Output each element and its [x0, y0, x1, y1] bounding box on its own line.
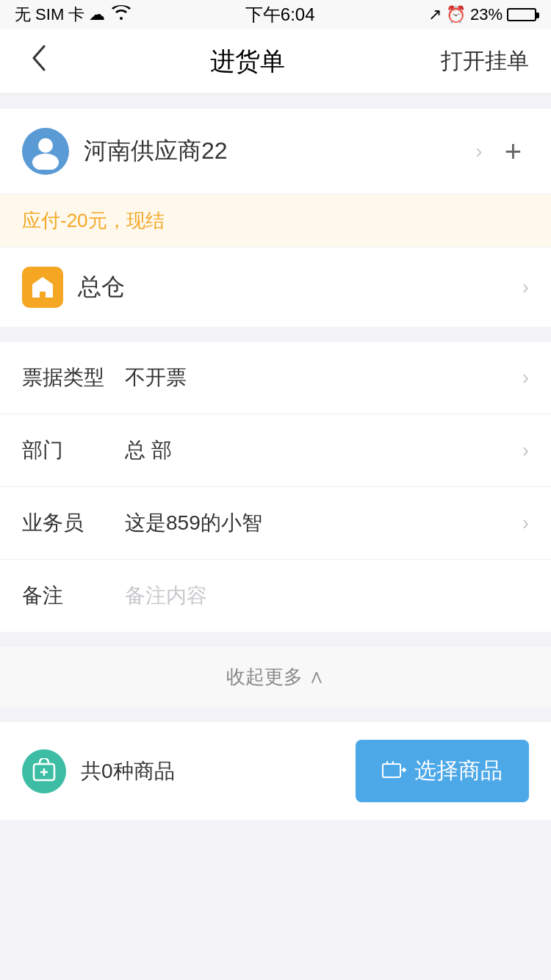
- form-row-department[interactable]: 部门 总 部 ›: [0, 414, 551, 487]
- warehouse-icon: [22, 267, 63, 308]
- status-bar: 无 SIM 卡 ☁ 下午6:04 ↗ ⏰ 23%: [0, 0, 551, 29]
- supplier-left: 河南供应商22: [22, 128, 475, 175]
- notice-bar: 应付-20元，现结: [0, 195, 551, 247]
- location-icon: ↗: [428, 5, 442, 24]
- department-label: 部门: [22, 436, 110, 464]
- page-title: 进货单: [210, 45, 285, 79]
- svg-point-1: [32, 154, 59, 170]
- remark-input[interactable]: 备注内容: [110, 582, 529, 610]
- warehouse-row[interactable]: 总仓 ›: [0, 247, 551, 327]
- supplier-avatar: [22, 128, 69, 175]
- status-right: ↗ ⏰ 23%: [428, 5, 536, 24]
- status-left: 无 SIM 卡 ☁: [15, 4, 132, 26]
- signal-text: 无 SIM 卡 ☁: [15, 4, 105, 26]
- alarm-icon: ⏰: [446, 5, 466, 24]
- select-product-label: 选择商品: [414, 756, 503, 786]
- open-pending-button[interactable]: 打开挂单: [441, 46, 529, 76]
- warehouse-chevron-icon: ›: [522, 275, 529, 299]
- remark-label: 备注: [22, 582, 110, 610]
- salesperson-chevron-icon: ›: [522, 511, 529, 535]
- salesperson-value: 这是859的小智: [110, 509, 522, 537]
- collapse-bar[interactable]: 收起更多 ∧: [0, 646, 551, 707]
- warehouse-name: 总仓: [78, 271, 522, 303]
- product-section: 共0种商品 选择商品: [0, 722, 551, 820]
- form-row-remark[interactable]: 备注 备注内容: [0, 560, 551, 632]
- svg-point-0: [38, 138, 53, 153]
- invoice-chevron-icon: ›: [522, 366, 529, 389]
- supplier-card: 河南供应商22 › + 应付-20元，现结 总仓 ›: [0, 109, 551, 327]
- gap-1: [0, 94, 551, 109]
- wifi-icon: [111, 5, 132, 24]
- salesperson-label: 业务员: [22, 509, 110, 537]
- supplier-chevron-icon: ›: [475, 140, 482, 163]
- form-row-salesperson[interactable]: 业务员 这是859的小智 ›: [0, 487, 551, 560]
- product-count: 共0种商品: [81, 757, 341, 785]
- department-value: 总 部: [110, 436, 522, 464]
- invoice-value: 不开票: [110, 364, 522, 392]
- supplier-name: 河南供应商22: [84, 135, 228, 167]
- supplier-row[interactable]: 河南供应商22 › +: [0, 109, 551, 195]
- battery-percent: 23%: [470, 5, 503, 24]
- bottom-area: [0, 820, 551, 980]
- select-product-button[interactable]: 选择商品: [356, 740, 529, 802]
- form-row-invoice[interactable]: 票据类型 不开票 ›: [0, 342, 551, 414]
- add-supplier-button[interactable]: +: [497, 135, 529, 168]
- status-time: 下午6:04: [245, 3, 315, 26]
- svg-rect-5: [383, 764, 400, 777]
- back-button[interactable]: [22, 36, 54, 87]
- product-icon: [22, 749, 66, 793]
- invoice-label: 票据类型: [22, 364, 110, 392]
- collapse-label: 收起更多 ∧: [226, 664, 324, 690]
- form-section: 票据类型 不开票 › 部门 总 部 › 业务员 这是859的小智 › 备注 备注…: [0, 342, 551, 632]
- nav-bar: 进货单 打开挂单: [0, 29, 551, 94]
- department-chevron-icon: ›: [522, 439, 529, 462]
- battery-icon: [507, 8, 536, 21]
